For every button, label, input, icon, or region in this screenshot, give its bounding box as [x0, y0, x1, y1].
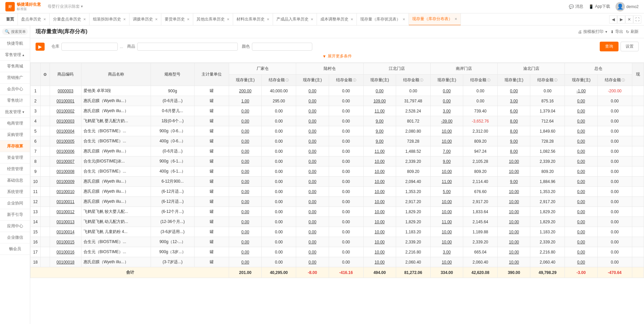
print-btn[interactable]: 🖨 按模板打印 ▼ — [578, 29, 608, 35]
tab-other-out[interactable]: 其他出库单历史 ✕ — [193, 13, 233, 26]
tab-stock-dist[interactable]: 现存量（库存分布表） ✕ — [409, 13, 461, 26]
table-row: 300100002惠氏启膜（Wyeth illu...）0-6月婴儿...罐0.… — [31, 106, 644, 116]
tab-home[interactable]: 首页 — [3, 13, 18, 26]
nav-close-all-btn[interactable]: ✕ — [625, 15, 633, 24]
sidebar-item-operation[interactable]: 经营管理 — [0, 164, 30, 175]
sidebar-item-retail-mgmt[interactable]: 零售管理 ▲ — [0, 49, 30, 61]
sidebar-item-wholesale-mgmt[interactable]: 批发管理 ▼ — [0, 106, 30, 118]
close-tab-transfer[interactable]: ✕ — [155, 17, 158, 21]
logo-sub-text: 标准版 — [17, 7, 41, 11]
sidebar-item-app-center[interactable]: 应用中心 — [0, 221, 30, 232]
warehouse-dots-btn[interactable]: ... — [120, 44, 123, 49]
top-bar: 好 畅捷通好生意 标准版 母婴行业演示陈套 ▾ 💬 消息 📱 App下载 👤 d… — [0, 0, 644, 13]
th-current: 现 — [632, 63, 644, 86]
nav-next-btn[interactable]: ▶ — [617, 15, 625, 24]
close-tab-material-out[interactable]: ✕ — [267, 17, 269, 21]
tab-order[interactable]: 要货单历史 ✕ — [161, 13, 193, 26]
th-total: 总仓 — [565, 63, 632, 75]
close-tab-inventory[interactable]: ✕ — [43, 17, 46, 21]
table-row: 700100006惠氏启膜（Wyeth illu...）(0-6月适...)罐0… — [31, 146, 644, 156]
tab-material-out[interactable]: 材料出库单历史 ✕ — [233, 13, 273, 26]
tab-assemble[interactable]: 组装拆卸单历史 ✕ — [90, 13, 129, 26]
sidebar-item-system[interactable]: 系统管理 — [0, 186, 30, 198]
app-download-btn[interactable]: 📱 App下载 — [589, 4, 610, 9]
expand-filter-btn[interactable]: ▼ 展开更多条件 — [322, 53, 352, 59]
th-lucun-qty: 现存量(主) — [296, 75, 329, 86]
tab-inventory-single[interactable]: 盘点单历史 ✕ — [18, 13, 50, 26]
table-row: 1300100012飞鹤星飞帆 较大婴儿配...(6-12个月...)罐0.00… — [31, 207, 644, 217]
sidebar-item-retail-mall[interactable]: 零售商城 — [0, 61, 30, 72]
table-row: 600100005合生元（BIOSTIME）...400g（0-6...）罐0.… — [31, 136, 644, 146]
logo-main-text: 畅捷通好生意 — [17, 2, 41, 7]
top-bar-left: 好 畅捷通好生意 标准版 母婴行业演示陈套 ▾ — [5, 2, 83, 11]
chevron-down-icon: ▼ — [22, 110, 25, 114]
tab-transfer[interactable]: 调拨单历史 ✕ — [129, 13, 161, 26]
close-tab-cost-adjust[interactable]: ✕ — [351, 17, 353, 21]
filter-color: 颜色 — [242, 43, 312, 51]
filter-collapse-btn[interactable]: ▶ — [36, 43, 45, 51]
sidebar-item-quick-nav[interactable]: 快捷导航 — [0, 38, 30, 49]
warehouse-input[interactable] — [61, 43, 118, 51]
sidebar-item-purchase[interactable]: 采购管理 — [0, 129, 30, 141]
user-area[interactable]: 👤 demo2 — [615, 2, 639, 11]
nav-expand-btn[interactable]: ⛶ — [633, 15, 641, 24]
close-tab-product-in[interactable]: ✕ — [311, 17, 313, 21]
color-label: 颜色 — [242, 44, 250, 49]
th-yubei-qty: 现存量(主) — [498, 75, 530, 86]
th-changjiacao-amt: 结存金额ⓘ — [262, 75, 296, 86]
th-jiangbei-amt: 结存金额ⓘ — [396, 75, 430, 86]
sidebar-search-input[interactable] — [11, 30, 30, 34]
refresh-icon: ↻ — [626, 30, 629, 34]
close-tab-sub[interactable]: ✕ — [83, 17, 86, 21]
nav-tabs: 首页 盘点单历史 ✕ 分量盘点单历史 ✕ 组装拆卸单历史 ✕ 调拨单历史 ✕ 要… — [0, 13, 644, 26]
tab-stock-status[interactable]: 现存量（库存状况表） ✕ — [357, 13, 409, 26]
th-settings[interactable]: ⚙ — [41, 63, 50, 86]
th-jiangbei: 江北门店 — [363, 63, 430, 75]
th-product-code: 商品编码 — [50, 63, 82, 86]
industry-selector[interactable]: 母婴行业演示陈套 ▾ — [48, 4, 83, 9]
product-input[interactable]: babycare孕妇待产包 春季入院全套母子组合孕妇产后冬季月子用品 22件套 … — [137, 43, 238, 51]
sidebar-item-member[interactable]: 畅会员 — [0, 243, 30, 255]
warehouse-label: 仓库 — [51, 44, 59, 49]
export-btn[interactable]: ⬇ 导出 — [610, 29, 623, 35]
filter-warehouse: 仓库 ... — [51, 43, 123, 51]
message-btn[interactable]: 💬 消息 — [569, 4, 583, 9]
query-btn[interactable]: 查询 — [600, 42, 619, 51]
table-container[interactable]: ⚙ 商品编码 商品名称 规格型号 主计量单位 厂家仓 陆村仓 江北门店 南岸门店… — [30, 63, 644, 324]
expand-icon: ▼ — [322, 54, 326, 59]
sidebar-item-corp-wechat[interactable]: 企业微信 — [0, 232, 30, 243]
close-tab-order[interactable]: ✕ — [187, 17, 190, 21]
sidebar-item-stock[interactable]: 库存核算 — [0, 141, 30, 152]
sidebar-item-basic-info[interactable]: 基础信息 — [0, 175, 30, 186]
tab-product-in[interactable]: 产成品入库单历史 ✕ — [273, 13, 317, 26]
sidebar-item-ecommerce[interactable]: 电商管理 — [0, 118, 30, 129]
sidebar-item-retail-stats[interactable]: 零售统计 — [0, 95, 30, 106]
th-yubei-amt: 结存金额ⓘ — [530, 75, 565, 86]
close-tab-other-out[interactable]: ✕ — [227, 17, 229, 21]
export-icon: ⬇ — [610, 30, 614, 34]
close-tab-stock-dist[interactable]: ✕ — [454, 17, 457, 21]
page-actions: 🖨 按模板打印 ▼ ⬇ 导出 ↻ 刷新 — [578, 29, 639, 35]
refresh-btn[interactable]: ↻ 刷新 — [626, 29, 639, 35]
sidebar-item-member-center[interactable]: 会员中心 — [0, 84, 30, 95]
table-row: 1200100011惠氏启膜（Wyeth illu...）(6-12月适...)… — [31, 197, 644, 207]
nav-prev-btn[interactable]: ◀ — [609, 15, 617, 24]
close-tab-stock-status[interactable]: ✕ — [402, 17, 405, 21]
sidebar-item-enterprise[interactable]: 企业协同 — [0, 198, 30, 209]
product-label: 商品 — [127, 44, 135, 49]
settings-btn[interactable]: 设置 — [621, 42, 639, 51]
sidebar-item-finance[interactable]: 资金管理 — [0, 152, 30, 164]
table-row: 1000100009惠氏启膜（Wyeth illu...）6-12月900...… — [31, 177, 644, 187]
th-changjiacao-qty: 现存量(主) — [229, 75, 262, 86]
tab-cost-adjust[interactable]: 成本调整单历史 ✕ — [317, 13, 357, 26]
logo-area: 好 畅捷通好生意 标准版 — [5, 2, 41, 11]
tab-sub-inventory[interactable]: 分量盘点单历史 ✕ — [50, 13, 90, 26]
sidebar-item-marketing[interactable]: 营销推广 — [0, 72, 30, 84]
color-input[interactable] — [252, 43, 312, 51]
content-area: 现存量查询(库存分布) 🖨 按模板打印 ▼ ⬇ 导出 ↻ 刷新 — [30, 26, 644, 324]
close-tab-assemble[interactable]: ✕ — [123, 17, 126, 21]
sidebar: 🔍 快捷导航 零售管理 ▲ 零售商城 营销推广 会员中心 零售统计 批发管理 ▼… — [0, 26, 30, 324]
stock-table: ⚙ 商品编码 商品名称 规格型号 主计量单位 厂家仓 陆村仓 江北门店 南岸门店… — [30, 63, 644, 278]
th-no — [31, 63, 41, 86]
sidebar-item-guide[interactable]: 新手引导 — [0, 209, 30, 221]
